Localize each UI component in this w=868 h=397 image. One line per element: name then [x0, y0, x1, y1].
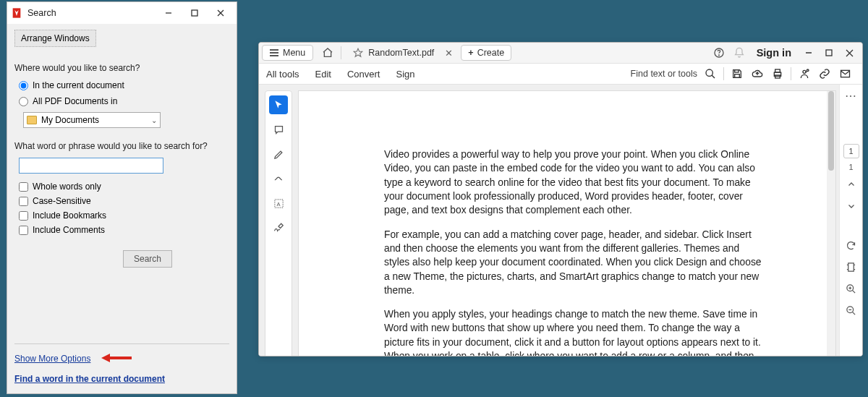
show-more-options-link[interactable]: Show More Options — [14, 354, 90, 364]
chk-case-label: Case-Sensitive — [33, 196, 91, 206]
menu-button[interactable]: Menu — [262, 45, 313, 61]
svg-line-31 — [852, 290, 855, 293]
rotate-button[interactable] — [843, 236, 860, 254]
svg-point-13 — [706, 69, 712, 76]
right-gutter: ⋯ 1 1 — [839, 85, 862, 357]
page-up-button[interactable] — [843, 176, 860, 193]
document-tab[interactable]: RandomText.pdf — [347, 45, 440, 61]
page-number-input[interactable]: 1 — [843, 144, 859, 158]
page-scrollbar[interactable] — [827, 91, 835, 357]
document-paragraph: When you apply styles, your headings cha… — [384, 307, 763, 357]
chk-case-input[interactable] — [19, 197, 28, 206]
zoom-out-button[interactable] — [843, 302, 860, 319]
close-button[interactable] — [208, 3, 234, 23]
share-button[interactable] — [794, 64, 814, 84]
chk-comments-label: Include Comments — [33, 225, 105, 235]
main-titlebar: Menu RandomText.pdf ✕ + Create Sign in — [259, 43, 862, 64]
annotation-arrow-icon — [101, 353, 132, 362]
tab-title: RandomText.pdf — [368, 48, 434, 58]
acrobat-icon — [10, 7, 23, 20]
highlight-tool[interactable] — [269, 145, 288, 163]
document-paragraph: Video provides a powerful way to help yo… — [384, 148, 763, 218]
radio-current-document[interactable]: In the current document — [19, 80, 229, 90]
chk-case-sensitive[interactable]: Case-Sensitive — [19, 196, 229, 206]
folder-selected-label: My Documents — [41, 115, 99, 125]
minimize-button[interactable] — [156, 3, 182, 23]
text-tool[interactable]: A — [269, 194, 288, 213]
svg-rect-1 — [192, 10, 197, 16]
cloud-button[interactable] — [747, 64, 767, 84]
folder-icon — [27, 116, 37, 124]
notification-button[interactable] — [729, 43, 749, 63]
convert-link[interactable]: Convert — [347, 69, 380, 80]
phrase-label: What word or phrase would you like to se… — [14, 141, 229, 151]
document-page: Video provides a powerful way to help yo… — [298, 90, 836, 357]
svg-rect-16 — [735, 74, 740, 78]
draw-tool[interactable] — [269, 169, 288, 188]
chk-whole-label: Whole words only — [33, 182, 101, 192]
folder-dropdown[interactable]: My Documents ⌄ — [23, 112, 161, 128]
chk-bookmarks-label: Include Bookmarks — [33, 210, 106, 221]
sign-tool[interactable] — [269, 218, 288, 237]
all-tools-link[interactable]: All tools — [266, 69, 299, 80]
divider — [723, 67, 724, 80]
secondary-toolbar: All tools Edit Convert Sign Find text or… — [259, 64, 862, 85]
svg-rect-18 — [775, 69, 780, 72]
chk-include-bookmarks[interactable]: Include Bookmarks — [19, 210, 229, 221]
print-button[interactable] — [767, 64, 788, 84]
chk-bookmarks-input[interactable] — [19, 211, 28, 221]
sign-link[interactable]: Sign — [396, 69, 414, 80]
help-button[interactable] — [709, 43, 729, 63]
search-title: Search — [27, 8, 156, 18]
radio-all-input[interactable] — [19, 97, 28, 106]
sign-in-button[interactable]: Sign in — [757, 47, 791, 59]
svg-rect-10 — [826, 50, 832, 56]
left-tool-rail: A — [265, 90, 292, 357]
save-button[interactable] — [727, 64, 747, 84]
acrobat-window: Menu RandomText.pdf ✕ + Create Sign in A… — [258, 42, 863, 357]
page-display-button[interactable] — [843, 258, 860, 276]
chk-comments-input[interactable] — [19, 226, 28, 235]
home-button[interactable] — [318, 43, 338, 63]
zoom-in-button[interactable] — [843, 280, 860, 297]
star-icon — [353, 48, 363, 58]
main-close-button[interactable] — [839, 43, 859, 63]
comment-tool[interactable] — [269, 120, 288, 139]
search-icon[interactable] — [700, 64, 720, 84]
arrange-windows-button[interactable]: Arrange Windows — [14, 30, 96, 47]
email-button[interactable] — [835, 64, 855, 84]
chk-whole-words[interactable]: Whole words only — [19, 182, 229, 192]
tab-close-button[interactable]: ✕ — [441, 48, 456, 59]
edit-link[interactable]: Edit — [315, 69, 331, 80]
divider — [341, 46, 341, 59]
main-maximize-button[interactable] — [819, 43, 839, 63]
more-options-icon[interactable]: ⋯ — [845, 89, 857, 103]
svg-line-14 — [712, 75, 715, 78]
create-label: Create — [477, 48, 505, 58]
page-down-button[interactable] — [843, 197, 860, 215]
radio-all-label: All PDF Documents in — [33, 96, 117, 106]
document-paragraph: For example, you can add a matching cove… — [384, 228, 763, 298]
search-button[interactable]: Search — [123, 250, 172, 268]
page-total: 1 — [848, 163, 853, 171]
content-area: A Video provides a powerful way to help … — [259, 85, 862, 357]
chk-whole-input[interactable] — [19, 182, 28, 192]
svg-text:A: A — [276, 200, 280, 207]
svg-marker-6 — [354, 48, 362, 56]
main-minimize-button[interactable] — [799, 43, 819, 63]
chk-include-comments[interactable]: Include Comments — [19, 225, 229, 235]
link-button[interactable] — [814, 64, 835, 84]
radio-all-pdf[interactable]: All PDF Documents in — [19, 96, 229, 106]
where-label: Where would you like to search? — [14, 63, 229, 73]
search-panel: Search Arrange Windows Where would you l… — [7, 1, 237, 394]
radio-current-input[interactable] — [19, 81, 28, 90]
search-input[interactable] — [19, 158, 163, 174]
maximize-button[interactable] — [182, 3, 208, 23]
find-word-link[interactable]: Find a word in the current document — [14, 374, 165, 384]
svg-marker-5 — [101, 354, 110, 362]
menu-label: Menu — [283, 48, 305, 58]
select-tool[interactable] — [269, 95, 288, 114]
svg-line-35 — [852, 312, 855, 315]
create-button[interactable]: + Create — [461, 45, 511, 61]
find-text-label[interactable]: Find text or tools — [631, 69, 697, 79]
